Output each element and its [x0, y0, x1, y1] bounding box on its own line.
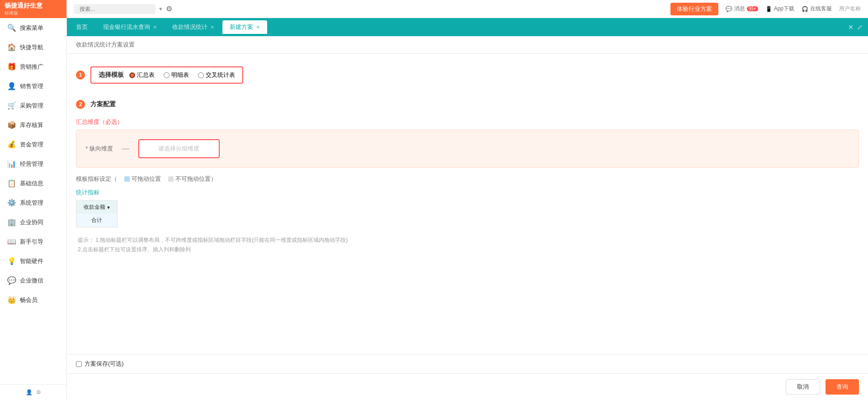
- sidebar-item-purchase[interactable]: 🛒 采购管理: [0, 96, 66, 115]
- footer-bar: 取消 查询: [67, 373, 868, 400]
- sidebar-item-wechat[interactable]: 💬 企业微信: [0, 271, 66, 290]
- tab-receipt-stats[interactable]: 收款情况统计 ✕: [165, 20, 222, 34]
- online-service-icon: 🎧: [802, 6, 808, 12]
- sidebar-item-smart-hw[interactable]: 💡 智能硬件: [0, 251, 66, 271]
- gear-icon[interactable]: ⚙: [166, 5, 172, 13]
- vertical-dimension-label: * 纵向维度: [85, 145, 113, 153]
- sidebar-item-label: 智能硬件: [20, 257, 43, 265]
- tip-1: 提示： 1.拖动标题栏可以调整布局，不可跨维度或指标区域拖动栏目字段(只能在同一…: [78, 236, 857, 244]
- save-checkbox[interactable]: [76, 361, 82, 367]
- form-section: 1 选择模板 汇总表 明细表 交叉统: [67, 54, 868, 354]
- enterprise-icon: 🏢: [7, 218, 16, 226]
- non-draggable-indicator: 不可拖动位置）: [168, 175, 217, 183]
- sidebar-item-label: 经营管理: [20, 160, 43, 168]
- sidebar-item-enterprise[interactable]: 🏢 企业协同: [0, 212, 66, 232]
- app-download-label: App下载: [774, 5, 794, 13]
- wechat-icon: 💬: [7, 276, 16, 285]
- inventory-icon: 📦: [7, 121, 16, 129]
- message-action[interactable]: 💬 消息 99+: [726, 5, 758, 13]
- sidebar-item-member[interactable]: 👑 畅会员: [0, 290, 66, 310]
- non-draggable-dot: [168, 176, 174, 182]
- metric-header-amount[interactable]: 收款金额 ▾: [76, 201, 117, 214]
- tab-home[interactable]: 首页: [69, 20, 95, 34]
- sidebar-item-capital[interactable]: 💰 资金管理: [0, 135, 66, 154]
- app-download-action[interactable]: 📱 App下载: [765, 5, 794, 13]
- smart-hw-icon: 💡: [7, 257, 16, 265]
- tab-receipt-stats-label: 收款情况统计: [172, 23, 208, 31]
- search-menu-icon: 🔍: [7, 24, 16, 32]
- tab-new-plan-close[interactable]: ✕: [256, 24, 260, 30]
- query-button[interactable]: 查询: [826, 379, 859, 395]
- tab-receipt-stats-close[interactable]: ✕: [210, 24, 214, 30]
- metrics-section: 模板指标设定（ 可拖动位置 不可拖动位置） 统计指标: [76, 175, 859, 227]
- sidebar-item-system[interactable]: ⚙️ 系统管理: [0, 193, 66, 212]
- industry-btn[interactable]: 体验行业方案: [670, 3, 718, 15]
- dimension-area: * 纵向维度 — 请选择分组维度: [76, 130, 859, 168]
- step1-row: 1 选择模板 汇总表 明细表 交叉统: [76, 63, 859, 87]
- topbar-right: 体验行业方案 💬 消息 99+ 📱 App下载 🎧 在线客服 用户名称: [670, 3, 861, 15]
- radio-summary-label: 汇总表: [137, 71, 155, 79]
- step2-row: 2 方案配置: [76, 96, 859, 113]
- tab-bank-flow-close[interactable]: ✕: [153, 24, 157, 30]
- metric-dropdown-icon[interactable]: ▾: [107, 204, 110, 211]
- radio-group-template: 汇总表 明细表 交叉统计表: [129, 71, 235, 79]
- sidebar: 畅捷通好生意 标准版 🔍 搜索菜单 🏠 快捷导航 🎁 营销推广 👤 销售管理 🛒…: [0, 0, 67, 400]
- system-icon: ⚙️: [7, 198, 16, 207]
- dimension-placeholder[interactable]: 请选择分组维度: [138, 139, 220, 158]
- radio-detail-label: 明细表: [171, 71, 189, 79]
- radio-cross[interactable]: 交叉统计表: [198, 71, 235, 79]
- sidebar-bottom-btn-settings[interactable]: ⚙: [36, 389, 41, 395]
- sidebar-header: 畅捷通好生意 标准版: [0, 0, 66, 18]
- radio-cross-input[interactable]: [198, 72, 204, 78]
- draggable-label: 可拖动位置: [132, 175, 161, 183]
- sidebar-item-quick-nav[interactable]: 🏠 快捷导航: [0, 38, 66, 57]
- main-area: ▾ ⚙ 体验行业方案 💬 消息 99+ 📱 App下载 🎧 在线客服 用户名称 …: [67, 0, 868, 400]
- radio-summary[interactable]: 汇总表: [129, 71, 155, 79]
- metrics-header-label: 模板指标设定（: [76, 175, 117, 183]
- member-icon: 👑: [7, 296, 16, 304]
- tab-expand-icon[interactable]: ⤢: [857, 24, 863, 31]
- sidebar-item-label: 营销推广: [20, 63, 43, 71]
- sidebar-item-operation[interactable]: 📊 经营管理: [0, 154, 66, 174]
- sidebar-item-label: 基础信息: [20, 179, 43, 188]
- metric-header-amount-text: 收款金额: [84, 203, 105, 211]
- guide-icon: 📖: [7, 237, 16, 246]
- step2-badge: 2: [76, 100, 85, 109]
- step1-box: 选择模板 汇总表 明细表 交叉统计表: [90, 66, 243, 84]
- save-row: 方案保存(可选): [67, 354, 868, 373]
- sidebar-item-label: 搜索菜单: [20, 24, 43, 32]
- save-checkbox-label[interactable]: 方案保存(可选): [76, 360, 124, 368]
- search-dropdown-icon[interactable]: ▾: [159, 5, 162, 12]
- operation-icon: 📊: [7, 160, 16, 168]
- content-header: 收款情况统计方案设置: [67, 36, 868, 54]
- quick-nav-icon: 🏠: [7, 43, 16, 52]
- online-service-action[interactable]: 🎧 在线客服: [802, 5, 832, 13]
- radio-detail-input[interactable]: [164, 72, 170, 78]
- sidebar-item-inventory[interactable]: 📦 库存核算: [0, 115, 66, 135]
- step1-label: 选择模板: [99, 71, 124, 79]
- sidebar-bottom-btn-user[interactable]: 👤: [26, 389, 33, 395]
- marketing-icon: 🎁: [7, 62, 16, 71]
- tab-new-plan[interactable]: 新建方案 ✕: [222, 20, 267, 34]
- step2-section: 2 方案配置 汇总维度（必选） * 纵向维度 — 请选择分组维度: [76, 96, 859, 254]
- dimension-title-text: 汇总维度（必选）: [76, 118, 123, 125]
- sidebar-item-search-menu[interactable]: 🔍 搜索菜单: [0, 18, 66, 38]
- dimension-title: 汇总维度（必选）: [76, 118, 859, 126]
- radio-summary-input[interactable]: [129, 72, 135, 78]
- search-input[interactable]: [74, 4, 156, 14]
- sidebar-item-sales[interactable]: 👤 销售管理: [0, 76, 66, 96]
- sidebar-item-label: 新手引导: [20, 238, 43, 246]
- radio-detail[interactable]: 明细表: [164, 71, 189, 79]
- tab-bank-flow[interactable]: 现金银行流水查询 ✕: [96, 20, 164, 34]
- sidebar-item-basic-info[interactable]: 📋 基础信息: [0, 174, 66, 193]
- message-icon: 💬: [726, 6, 732, 12]
- sidebar-item-marketing[interactable]: 🎁 营销推广: [0, 57, 66, 76]
- sidebar-item-label: 销售管理: [20, 82, 43, 90]
- step1-badge: 1: [76, 71, 85, 80]
- metrics-header: 模板指标设定（ 可拖动位置 不可拖动位置）: [76, 175, 859, 183]
- nav-tabs-right: ✕ ⤢: [848, 24, 866, 31]
- sidebar-item-guide[interactable]: 📖 新手引导: [0, 232, 66, 251]
- tab-close-icon[interactable]: ✕: [848, 24, 854, 31]
- cancel-button[interactable]: 取消: [786, 379, 820, 395]
- stats-label-text: 统计指标: [76, 188, 99, 197]
